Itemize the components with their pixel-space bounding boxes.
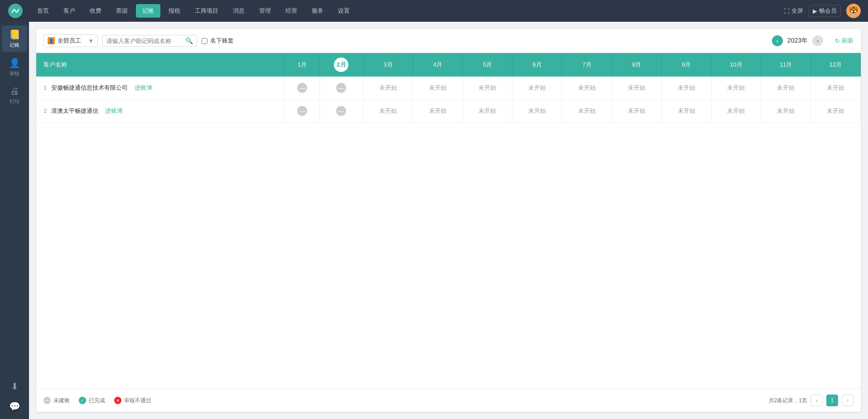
sidebar-bottom: ⬇ 💬 [2, 377, 27, 415]
next-year-button[interactable]: › [812, 35, 823, 46]
main-layout: 📒 记账 👤 审核 🖨 打印 ⬇ 💬 👤 全部员工 [0, 22, 868, 419]
footer: — 未建账 ✓ 已完成 ✕ 审核不通过 共2条记录，1 [36, 389, 861, 412]
nav-message[interactable]: 消息 [227, 4, 251, 18]
bookkeeping-icon: 📒 [9, 29, 20, 40]
prev-year-button[interactable]: ‹ [772, 35, 783, 46]
not-started-label: 未开始 [478, 107, 496, 114]
col-header-dec: 12月 [811, 53, 861, 77]
nav-business[interactable]: 工商项目 [188, 4, 225, 18]
search-icon[interactable]: 🔍 [185, 37, 193, 44]
month-cell: 未开始 [612, 100, 661, 123]
page-1-button[interactable]: 1 [826, 395, 838, 406]
sidebar: 📒 记账 👤 审核 🖨 打印 ⬇ 💬 [0, 22, 29, 419]
status-done-icon: — [336, 83, 346, 93]
month-cell: 未开始 [363, 77, 413, 100]
month-cell: 未开始 [711, 100, 761, 123]
top-navbar: 首页 客户 收费 票据 记账 报税 工商项目 消息 管理 经营 服务 设置 ⛶ … [0, 0, 868, 22]
fullscreen-button[interactable]: ⛶ 全屏 [784, 7, 803, 15]
logo [7, 3, 24, 19]
dropdown-arrow-icon: ▼ [88, 38, 94, 44]
total-label: 共2条记录，1页 [769, 397, 807, 405]
month-cell: 未开始 [562, 100, 612, 123]
accounts-checkbox-label[interactable]: 名下账套 [202, 37, 234, 45]
employee-select[interactable]: 👤 全部员工 ▼ [43, 34, 98, 47]
prev-page-button[interactable]: ‹ [811, 395, 823, 406]
col-header-feb: 2月 [319, 53, 363, 77]
nav-fee[interactable]: 收费 [83, 4, 108, 18]
member-label: 畅会员 [819, 7, 837, 15]
nav-invoice[interactable]: 票据 [110, 4, 134, 18]
legend-dot-teal: ✓ [79, 397, 86, 404]
search-box: 🔍 [102, 35, 197, 47]
x-icon: ✕ [116, 398, 120, 403]
sidebar-item-audit[interactable]: 👤 审核 [2, 54, 27, 81]
not-started-label: 未开始 [678, 84, 695, 91]
not-started-label: 未开始 [727, 107, 745, 114]
month-cell: 未开始 [463, 77, 512, 100]
legend-not-built: — 未建账 [43, 397, 70, 405]
status-done-icon: — [336, 106, 346, 116]
not-started-label: 未开始 [827, 84, 844, 91]
nav-operation[interactable]: 经营 [279, 4, 304, 18]
current-month-circle: 2月 [334, 58, 348, 72]
nav-settings[interactable]: 设置 [332, 4, 356, 18]
legend-dot-red: ✕ [114, 397, 121, 404]
row-index: 1 [43, 84, 47, 91]
user-avatar[interactable]: 🐯 [846, 4, 861, 18]
pagination: 共2条记录，1页 ‹ 1 › [769, 395, 854, 406]
refresh-button[interactable]: ↻ 刷新 [835, 37, 854, 45]
fullscreen-label: 全屏 [791, 7, 803, 15]
nav-bookkeeping[interactable]: 记账 [136, 4, 160, 18]
table-container: 客户名称 1月 2月 3月 4月 5月 6月 7月 [36, 53, 861, 389]
legend-rejected: ✕ 审核不通过 [114, 397, 151, 405]
month-cell: 未开始 [661, 100, 711, 123]
month-cell: 未开始 [363, 100, 413, 123]
sidebar-item-download[interactable]: ⬇ [2, 377, 27, 395]
status-done-icon: — [297, 83, 307, 93]
not-started-label: 未开始 [827, 107, 844, 114]
play-icon: ▶ [813, 8, 817, 14]
not-started-label: 未开始 [628, 107, 646, 114]
search-input[interactable] [106, 38, 183, 44]
legend-label-completed: 已完成 [89, 397, 105, 405]
sidebar-label-print: 打印 [10, 98, 19, 105]
download-icon: ⬇ [11, 381, 19, 392]
not-started-label: 未开始 [429, 107, 447, 114]
nav-right: ⛶ 全屏 ▶ 畅会员 🐯 [784, 4, 861, 18]
not-started-label: 未开始 [379, 84, 397, 91]
enter-ledger-link[interactable]: 进账簿 [105, 107, 123, 114]
month-cell: 未开始 [562, 77, 612, 100]
fullscreen-icon: ⛶ [784, 8, 790, 14]
sidebar-item-chat[interactable]: 💬 [2, 397, 27, 415]
client-name-cell: 2 漠澳太平畅捷通信 进账簿 [36, 100, 285, 123]
col-header-mar: 3月 [363, 53, 413, 77]
check-icon: ✓ [81, 398, 84, 403]
nav-tax[interactable]: 报税 [162, 4, 187, 18]
nav-service[interactable]: 服务 [305, 4, 330, 18]
sidebar-label-audit: 审核 [10, 70, 19, 77]
month-cell: — [319, 77, 363, 100]
next-page-button[interactable]: › [842, 395, 854, 406]
sidebar-item-print[interactable]: 🖨 打印 [2, 82, 27, 109]
nav-home[interactable]: 首页 [31, 4, 55, 18]
accounts-checkbox[interactable] [202, 38, 207, 44]
chat-icon: 💬 [9, 401, 20, 412]
month-cell: 未开始 [811, 100, 861, 123]
sidebar-item-bookkeeping[interactable]: 📒 记账 [2, 25, 27, 52]
not-started-label: 未开始 [777, 107, 795, 114]
accounts-checkbox-text: 名下账套 [210, 37, 234, 45]
month-cell: 未开始 [612, 77, 661, 100]
member-button[interactable]: ▶ 畅会员 [809, 5, 841, 17]
month-cell: 未开始 [413, 77, 463, 100]
nav-manage[interactable]: 管理 [253, 4, 277, 18]
not-started-label: 未开始 [528, 84, 546, 91]
legend-dot-gray: — [43, 397, 51, 404]
legend-label-rejected: 审核不通过 [124, 397, 151, 405]
not-started-label: 未开始 [578, 107, 596, 114]
enter-ledger-link[interactable]: 进账簿 [135, 84, 152, 91]
nav-client[interactable]: 客户 [57, 4, 82, 18]
not-started-label: 未开始 [777, 84, 795, 91]
table-row: 1 安徽畅捷通信息技术有限公司 进账簿 ——未开始未开始未开始未开始未开始未开始… [36, 77, 861, 100]
refresh-label: 刷新 [842, 37, 854, 45]
legend-completed: ✓ 已完成 [79, 397, 105, 405]
